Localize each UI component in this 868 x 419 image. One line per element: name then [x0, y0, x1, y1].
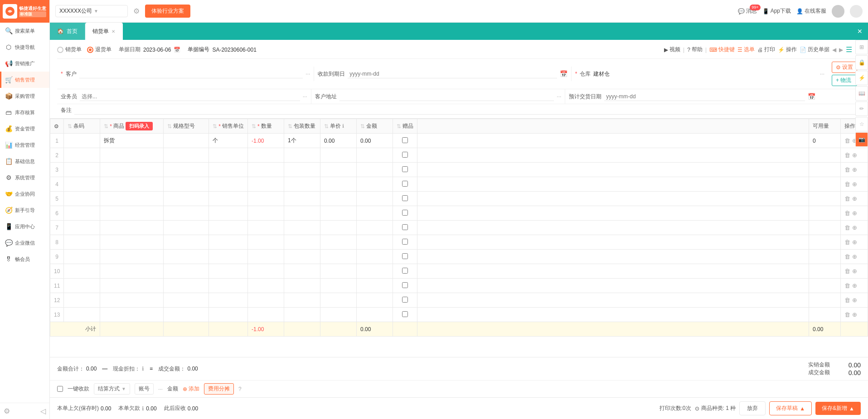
cell-amount[interactable] [357, 148, 393, 163]
expected-date-calendar-icon[interactable]: 📅 [808, 93, 815, 100]
date-calendar-icon[interactable]: 📅 [174, 47, 180, 53]
cell-unit[interactable]: 个 [209, 134, 248, 148]
cell-spec[interactable] [164, 308, 209, 322]
cell-pkgqty[interactable] [284, 148, 320, 163]
copy-row-icon[interactable]: ⊕ [852, 181, 857, 188]
list-view-icon[interactable]: ☰ [846, 45, 852, 54]
delete-row-icon[interactable]: 🗑 [844, 239, 850, 246]
sidebar-item-purchase[interactable]: 📦 采购管理 [0, 88, 49, 104]
cell-spec[interactable] [164, 206, 209, 221]
cell-amount[interactable] [357, 206, 393, 221]
fee-split-button[interactable]: 费用分摊 [204, 383, 234, 395]
cell-spec[interactable] [164, 293, 209, 308]
cell-price[interactable] [320, 308, 357, 322]
cell-price[interactable] [320, 293, 357, 308]
cell-barcode[interactable] [64, 192, 100, 206]
cell-barcode[interactable] [64, 235, 100, 250]
th-unit-sort-icon[interactable]: ⇅ [213, 123, 217, 130]
payment-date-calendar-icon[interactable]: 📅 [560, 70, 567, 77]
cell-spec[interactable] [164, 279, 209, 293]
sidebar-item-wechat[interactable]: 💬 企业微信 [0, 235, 49, 251]
cell-barcode[interactable] [64, 279, 100, 293]
cell-unit[interactable] [209, 148, 248, 163]
cell-amount[interactable] [357, 192, 393, 206]
cell-unit[interactable] [209, 163, 248, 177]
cell-barcode[interactable] [64, 293, 100, 308]
cell-product[interactable] [100, 235, 164, 250]
cell-unit[interactable] [209, 250, 248, 264]
delete-row-icon[interactable]: 🗑 [844, 166, 850, 173]
customer-addr-input[interactable] [339, 92, 554, 101]
discount-info-icon[interactable]: ℹ [142, 366, 144, 372]
sidebar-item-collab[interactable]: 🤝 企业协同 [0, 186, 49, 202]
operation-btn[interactable]: ⚡ 操作 [778, 46, 797, 53]
th-price-sort-icon[interactable]: ⇅ [324, 123, 329, 130]
tabbar-close-icon[interactable]: ✕ [857, 28, 868, 35]
save-new-chevron-icon[interactable]: ▲ [849, 405, 854, 412]
delete-row-icon[interactable]: 🗑 [844, 152, 850, 159]
copy-row-icon[interactable]: ⊕ [852, 282, 857, 289]
gift-checkbox[interactable] [402, 181, 408, 187]
delete-row-icon[interactable]: 🗑 [844, 137, 850, 144]
ellipsis-account-icon[interactable]: ··· [158, 386, 163, 392]
cell-gift[interactable] [393, 235, 417, 250]
float-btn-3[interactable]: ⚡ [855, 71, 868, 85]
delete-row-icon[interactable]: 🗑 [844, 311, 850, 318]
gift-checkbox[interactable] [402, 210, 408, 216]
sidebar-item-guide[interactable]: 🧭 新手引导 [0, 202, 49, 218]
cell-qty[interactable]: -1.00 [248, 134, 284, 148]
cell-unit[interactable] [209, 308, 248, 322]
cell-qty[interactable] [248, 163, 284, 177]
th-amount-sort-icon[interactable]: ⇅ [360, 123, 365, 130]
delete-row-icon[interactable]: 🗑 [844, 268, 850, 275]
topbar-settings-icon[interactable]: ⚙ [131, 5, 141, 17]
gift-checkbox[interactable] [402, 166, 408, 172]
cell-product[interactable]: 拆货 [100, 134, 164, 148]
message-btn[interactable]: 💬 消息 99+ [738, 7, 757, 15]
gift-checkbox[interactable] [402, 268, 408, 274]
fee-info-icon[interactable]: ? [238, 386, 242, 392]
cell-barcode[interactable] [64, 206, 100, 221]
cell-pkgqty[interactable] [284, 206, 320, 221]
cell-qty[interactable] [248, 308, 284, 322]
cell-gift[interactable] [393, 134, 417, 148]
user-menu-btn[interactable] [850, 5, 863, 18]
th-barcode-sort-icon[interactable]: ⇅ [68, 123, 72, 130]
cell-amount[interactable] [357, 235, 393, 250]
cell-spec[interactable] [164, 250, 209, 264]
cell-barcode[interactable] [64, 221, 100, 235]
cell-gift[interactable] [393, 192, 417, 206]
copy-row-icon[interactable]: ⊕ [852, 210, 857, 217]
delete-row-icon[interactable]: 🗑 [844, 181, 850, 188]
scan-barcode-button[interactable]: 扫码录入 [126, 122, 153, 130]
cell-pkgqty[interactable] [284, 279, 320, 293]
payment-date-input[interactable] [348, 70, 557, 78]
cell-spec[interactable] [164, 148, 209, 163]
cell-qty[interactable] [248, 250, 284, 264]
tab-home[interactable]: 🏠 首页 [50, 23, 85, 40]
th-pkgqty-sort-icon[interactable]: ⇅ [288, 123, 292, 130]
gift-checkbox[interactable] [402, 137, 408, 143]
sidebar-item-manage[interactable]: 📊 经营管理 [0, 137, 49, 153]
cell-barcode[interactable] [64, 177, 100, 192]
float-btn-6[interactable]: ☆ [855, 117, 868, 131]
radio-return-order[interactable]: 退货单 [87, 46, 112, 53]
cell-amount[interactable]: 0.00 [357, 134, 393, 148]
cell-pkgqty[interactable] [284, 264, 320, 279]
save-new-button[interactable]: 保存&新增 ▲ [815, 402, 861, 415]
settlement-method-select[interactable]: 结算方式 ▼ [94, 383, 130, 395]
cell-gift[interactable] [393, 221, 417, 235]
trial-button[interactable]: 体验行业方案 [145, 5, 190, 18]
cell-price[interactable] [320, 192, 357, 206]
float-btn-1[interactable]: ⊞ [855, 40, 868, 54]
cell-spec[interactable] [164, 192, 209, 206]
cell-barcode[interactable] [64, 264, 100, 279]
cell-qty[interactable] [248, 279, 284, 293]
cell-unit[interactable] [209, 279, 248, 293]
cell-unit[interactable] [209, 264, 248, 279]
sidebar-item-system[interactable]: ⚙ 系统管理 [0, 169, 49, 186]
cell-price[interactable] [320, 279, 357, 293]
company-selector[interactable]: XXXXXX公司 ▼ [55, 5, 128, 17]
gift-checkbox[interactable] [402, 239, 408, 245]
save-draft-button[interactable]: 保存草稿 ▲ [769, 401, 812, 415]
